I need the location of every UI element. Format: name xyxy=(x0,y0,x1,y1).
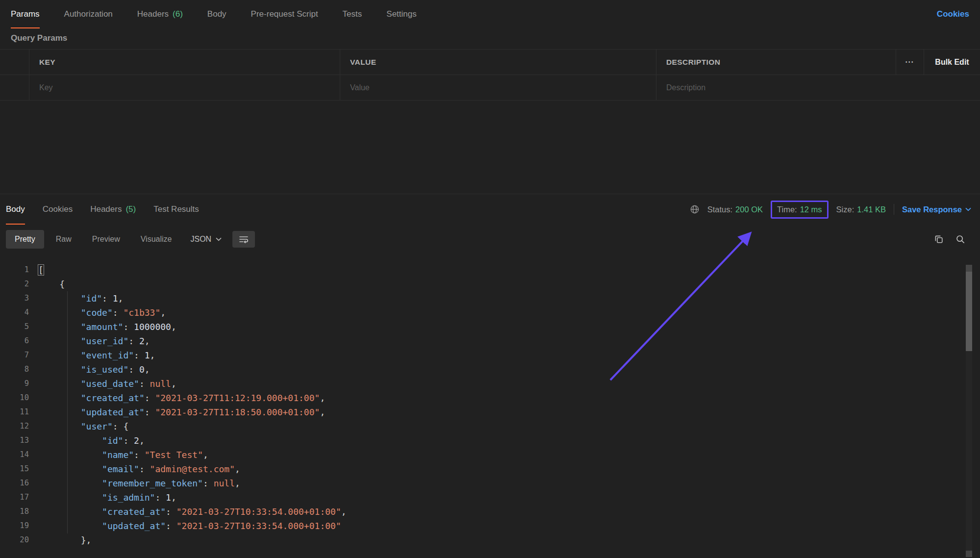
indent-guide xyxy=(67,291,68,533)
line-number: 13 xyxy=(0,433,38,448)
request-tab-settings[interactable]: Settings xyxy=(386,0,416,28)
code-line: 4 "code": "c1b33", xyxy=(0,305,980,320)
tab-label: Body xyxy=(6,204,25,214)
time-indicator-highlighted[interactable]: Time: 12 ms xyxy=(771,201,829,219)
line-number: 19 xyxy=(0,519,38,533)
size-indicator[interactable]: Size: 1.41 KB xyxy=(836,205,886,214)
status-indicator[interactable]: Status: 200 OK xyxy=(707,205,763,214)
code-line: 3 "id": 1, xyxy=(0,291,980,305)
code-text: [ xyxy=(38,263,44,277)
bulk-edit-button[interactable]: Bulk Edit xyxy=(924,50,980,75)
query-params-table: KEY VALUE DESCRIPTION ••• Bulk Edit xyxy=(0,49,980,101)
line-number: 15 xyxy=(0,462,38,476)
request-tab-body[interactable]: Body xyxy=(207,0,226,28)
view-tab-preview[interactable]: Preview xyxy=(83,230,129,249)
line-number: 4 xyxy=(0,305,38,320)
request-tab-headers[interactable]: Headers(6) xyxy=(137,0,183,28)
code-line: 18 "created_at": "2021-03-27T10:33:54.00… xyxy=(0,505,980,519)
code-line: 14 "name": "Test Test", xyxy=(0,448,980,462)
code-text: "code": "c1b33", xyxy=(38,305,166,320)
view-tab-raw[interactable]: Raw xyxy=(47,230,80,249)
description-input[interactable] xyxy=(666,75,980,100)
code-text: { xyxy=(38,277,65,291)
view-tab-pretty[interactable]: Pretty xyxy=(6,230,44,249)
chevron-down-icon xyxy=(216,237,222,241)
code-line: 7 "event_id": 1, xyxy=(0,348,980,362)
save-response-button[interactable]: Save Response xyxy=(902,205,971,214)
code-text: "created_at": "2021-03-27T10:33:54.000+0… xyxy=(38,505,347,519)
table-controls: ••• Bulk Edit xyxy=(896,50,980,75)
request-tab-tests[interactable]: Tests xyxy=(343,0,362,28)
response-tab-test-results[interactable]: Test Results xyxy=(153,194,199,225)
tab-label: Authorization xyxy=(64,9,113,19)
response-panel: BodyCookiesHeaders(5)Test Results Status… xyxy=(0,194,980,558)
size-label: Size: xyxy=(836,205,854,214)
tab-count-badge: (6) xyxy=(173,9,183,19)
request-panel: ParamsAuthorizationHeaders(6)BodyPre-req… xyxy=(0,0,980,194)
line-number: 17 xyxy=(0,490,38,505)
request-tab-authorization[interactable]: Authorization xyxy=(64,0,113,28)
more-options-icon[interactable]: ••• xyxy=(896,50,924,75)
format-select[interactable]: JSON xyxy=(190,235,222,244)
scrollbar-thumb[interactable] xyxy=(966,272,972,351)
row-select-column xyxy=(0,75,29,100)
code-line: 10 "created_at": "2021-03-27T11:12:19.00… xyxy=(0,391,980,405)
code-text: "updated_at": "2021-03-27T11:18:50.000+0… xyxy=(38,405,325,419)
line-number: 7 xyxy=(0,348,38,362)
response-tab-body[interactable]: Body xyxy=(6,194,25,225)
code-line: 12 "user": { xyxy=(0,419,980,433)
wrap-lines-button[interactable] xyxy=(232,231,255,248)
code-lines: 1[2 {3 "id": 1,4 "code": "c1b33",5 "amou… xyxy=(0,263,980,547)
response-meta: Status: 200 OK Time: 12 ms Size: 1.41 KB… xyxy=(690,201,974,219)
tab-label: Cookies xyxy=(43,204,73,214)
line-number: 5 xyxy=(0,320,38,334)
scrollbar-segment xyxy=(966,265,972,272)
tab-label: Headers xyxy=(90,204,122,214)
view-mode-tabs: PrettyRawPreviewVisualize xyxy=(6,230,180,249)
save-response-label: Save Response xyxy=(902,205,962,214)
code-line: 15 "email": "admin@test.com", xyxy=(0,462,980,476)
status-label: Status: xyxy=(707,205,732,214)
code-line: 5 "amount": 1000000, xyxy=(0,320,980,334)
code-text: "email": "admin@test.com", xyxy=(38,462,240,476)
code-text: "is_used": 0, xyxy=(38,362,150,377)
tab-label: Pre-request Script xyxy=(251,9,318,19)
line-number: 6 xyxy=(0,334,38,348)
format-label: JSON xyxy=(190,235,211,244)
wrap-line-icon xyxy=(239,235,249,243)
tab-count-badge: (5) xyxy=(126,204,136,214)
time-value: 12 ms xyxy=(800,205,822,214)
tab-label: Params xyxy=(11,9,40,19)
key-input[interactable] xyxy=(39,75,340,100)
response-scrollbar[interactable] xyxy=(966,265,972,554)
copy-icon[interactable] xyxy=(934,234,944,244)
code-text: "is_admin": 1, xyxy=(38,490,176,505)
code-line: 11 "updated_at": "2021-03-27T11:18:50.00… xyxy=(0,405,980,419)
line-number: 1 xyxy=(0,263,38,277)
chevron-down-icon xyxy=(965,207,971,211)
response-body-editor[interactable]: 1[2 {3 "id": 1,4 "code": "c1b33",5 "amou… xyxy=(0,254,980,558)
code-text: "name": "Test Test", xyxy=(38,448,208,462)
cookies-link[interactable]: Cookies xyxy=(937,9,969,19)
view-tab-visualize[interactable]: Visualize xyxy=(132,230,181,249)
table-header-row: KEY VALUE DESCRIPTION ••• Bulk Edit xyxy=(0,50,980,75)
value-input[interactable] xyxy=(350,75,656,100)
line-number: 20 xyxy=(0,533,38,547)
scrollbar-corner xyxy=(966,551,972,557)
size-value: 1.41 KB xyxy=(857,205,886,214)
query-params-title: Query Params xyxy=(11,33,980,43)
response-tab-headers[interactable]: Headers(5) xyxy=(90,194,136,225)
search-icon[interactable] xyxy=(955,234,965,244)
request-tab-params[interactable]: Params xyxy=(11,0,40,28)
tab-label: Body xyxy=(207,9,226,19)
network-globe-icon[interactable] xyxy=(690,204,700,214)
code-text: "id": 2, xyxy=(38,433,145,448)
code-text: "event_id": 1, xyxy=(38,348,155,362)
response-tab-cookies[interactable]: Cookies xyxy=(43,194,73,225)
code-line: 16 "remember_me_token": null, xyxy=(0,476,980,490)
line-number: 16 xyxy=(0,476,38,490)
request-tabs-group: ParamsAuthorizationHeaders(6)BodyPre-req… xyxy=(11,0,417,28)
response-toolbar: PrettyRawPreviewVisualize JSON xyxy=(0,225,980,254)
request-tab-pre-request-script[interactable]: Pre-request Script xyxy=(251,0,318,28)
tab-label: Settings xyxy=(386,9,416,19)
